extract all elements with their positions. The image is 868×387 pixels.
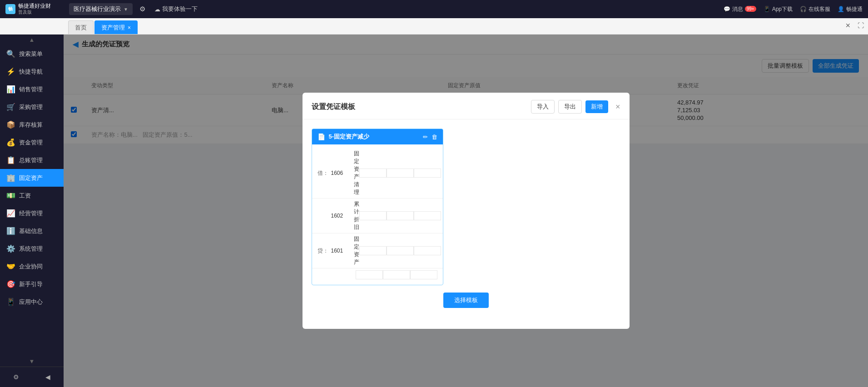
basic-info-icon: ℹ️ [6, 227, 15, 235]
cloud-icon: ☁ [154, 6, 160, 13]
cell-4-2 [383, 270, 410, 279]
sidebar-label-operations: 经营管理 [19, 209, 43, 218]
window-close-button[interactable]: ✕ [843, 20, 853, 31]
enterprise-icon: 🤝 [6, 262, 15, 271]
sidebar-collapse-button[interactable]: ◀ [45, 373, 50, 381]
sidebar-label-basic-info: 基础信息 [19, 227, 43, 235]
sidebar-item-sales[interactable]: 📊 销售管理 [0, 80, 64, 98]
sidebar-label-ledger: 总账管理 [19, 156, 43, 164]
export-button[interactable]: 导出 [558, 100, 582, 114]
modal-body: 📄 5-固定资产减少 ✏ 🗑 借： [303, 119, 630, 329]
sidebar-item-enterprise[interactable]: 🤝 企业协同 [0, 258, 64, 275]
sidebar-label-purchase: 采购管理 [19, 103, 43, 111]
cell-2-1 [359, 211, 387, 220]
sidebar-item-guide[interactable]: 🎯 新手引导 [0, 275, 64, 293]
sidebar-item-search[interactable]: 🔍 搜索菜单 [0, 45, 64, 63]
ledger-icon: 📋 [6, 156, 15, 164]
sidebar-label-app-center: 应用中心 [19, 298, 43, 306]
fixed-assets-icon: 🏢 [6, 174, 15, 182]
sidebar-item-operations[interactable]: 📈 经营管理 [0, 204, 64, 222]
experience-button[interactable]: ☁ 我要体验一下 [154, 5, 198, 13]
system-icon: ⚙️ [6, 244, 15, 253]
row-cells-2 [359, 211, 441, 220]
company-selector[interactable]: 医疗器械行业演示 ▼ [69, 3, 133, 15]
sidebar-item-purchase[interactable]: 🛒 采购管理 [0, 98, 64, 116]
window-maximize-button[interactable]: ⛶ [855, 20, 866, 31]
cell-3-2 [387, 246, 414, 255]
logo-sub: 普及版 [18, 9, 51, 15]
user-icon: 👤 [838, 6, 844, 12]
experience-label: 我要体验一下 [162, 5, 198, 13]
template-card-body: 借： 1606 固定资产清理 [312, 144, 443, 285]
select-template-button[interactable]: 选择模板 [443, 293, 489, 308]
sidebar-label-system: 系统管理 [19, 245, 43, 253]
sidebar-settings-button[interactable]: ⚙ [13, 373, 19, 381]
sidebar-item-funds[interactable]: 💰 资金管理 [0, 134, 64, 151]
inventory-icon: 📦 [6, 120, 15, 129]
settings-gear-icon[interactable]: ⚙ [136, 3, 149, 15]
company-dropdown-arrow: ▼ [124, 7, 128, 12]
search-icon: 🔍 [6, 50, 15, 58]
sidebar-scroll-down[interactable]: ▼ [0, 356, 64, 367]
template-delete-icon[interactable]: 🗑 [432, 134, 437, 140]
top-header: 畅 畅捷通好业财 普及版 医疗器械行业演示 ▼ ⚙ ☁ 我要体验一下 💬 消息 … [0, 0, 868, 18]
asset-tab-label: 资产管理 [101, 24, 125, 32]
template-row-1: 借： 1606 固定资产清理 [312, 148, 443, 198]
row-name-2: 累计折旧 [354, 200, 359, 231]
logo-area: 畅 畅捷通好业财 普及版 [5, 3, 69, 15]
sidebar-item-app-center[interactable]: 📱 应用中心 [0, 293, 64, 311]
purchase-icon: 🛒 [6, 103, 15, 111]
cell-4-1 [356, 270, 383, 279]
template-edit-icon[interactable]: ✏ [423, 134, 428, 140]
messages-label: 消息 [732, 5, 743, 13]
template-card-title: 5-固定资产减少 [329, 133, 419, 141]
modal-close-button[interactable]: × [615, 102, 620, 112]
sidebar-label-inventory: 库存核算 [19, 121, 43, 129]
sidebar-item-fixed-assets[interactable]: 🏢 固定资产 [0, 169, 64, 187]
user-action[interactable]: 👤 畅捷通 [838, 5, 863, 13]
tab-asset-management[interactable]: 资产管理 × [94, 20, 138, 34]
sidebar-label-payroll: 工资 [19, 192, 31, 200]
modal-title: 设置凭证模板 [312, 102, 355, 112]
cell-4-3 [410, 270, 437, 279]
cell-2-2 [387, 211, 414, 220]
sidebar-item-system[interactable]: ⚙️ 系统管理 [0, 240, 64, 258]
row-cells-1 [359, 169, 441, 178]
messages-action[interactable]: 💬 消息 99 [724, 5, 756, 13]
row-code-3: 1601 [331, 248, 354, 254]
home-tab-label: 首页 [75, 24, 87, 32]
row-cells-3 [359, 246, 441, 255]
app-center-icon: 📱 [6, 298, 15, 306]
sidebar-item-payroll[interactable]: 💵 工资 [0, 187, 64, 204]
app-download-action[interactable]: 📱 App下载 [764, 5, 793, 13]
import-button[interactable]: 导入 [531, 100, 555, 114]
sidebar-item-basic-info[interactable]: ℹ️ 基础信息 [0, 222, 64, 240]
logo-text: 畅捷通好业财 [18, 3, 51, 9]
row-name-1: 固定资产清理 [354, 150, 359, 196]
template-row-3: 贷： 1601 固定资产 [312, 233, 443, 268]
row-type-label-1: 借： [317, 169, 331, 177]
download-icon: 📱 [764, 6, 770, 12]
template-card-actions: ✏ 🗑 [423, 134, 437, 140]
message-icon: 💬 [724, 6, 730, 12]
sidebar-bottom: ⚙ ◀ [0, 367, 64, 387]
cell-1-2 [387, 169, 414, 178]
sidebar-item-quicknav[interactable]: ⚡ 快捷导航 [0, 63, 64, 80]
sidebar-label-guide: 新手引导 [19, 280, 43, 288]
sidebar-label-fixed-assets: 固定资产 [19, 174, 43, 182]
row-cells-4 [356, 270, 437, 279]
right-actions: 💬 消息 99 📱 App下载 🎧 在线客服 👤 畅捷通 [724, 5, 863, 13]
sidebar-item-inventory[interactable]: 📦 库存核算 [0, 116, 64, 134]
tab-home[interactable]: 首页 [68, 20, 94, 34]
template-card: 📄 5-固定资产减少 ✏ 🗑 借： [312, 129, 443, 285]
sidebar-scroll-up[interactable]: ▲ [0, 35, 64, 45]
modal-header-actions: 导入 导出 新增 × [531, 100, 620, 114]
sidebar-item-ledger[interactable]: 📋 总账管理 [0, 151, 64, 169]
online-service-action[interactable]: 🎧 在线客服 [800, 5, 830, 13]
sidebar-label-funds: 资金管理 [19, 139, 43, 147]
modal-header: 设置凭证模板 导入 导出 新增 × [303, 93, 630, 119]
new-template-button[interactable]: 新增 [585, 100, 608, 113]
sidebar-label-enterprise: 企业协同 [19, 263, 43, 271]
asset-tab-close[interactable]: × [128, 25, 131, 31]
service-icon: 🎧 [800, 6, 807, 12]
